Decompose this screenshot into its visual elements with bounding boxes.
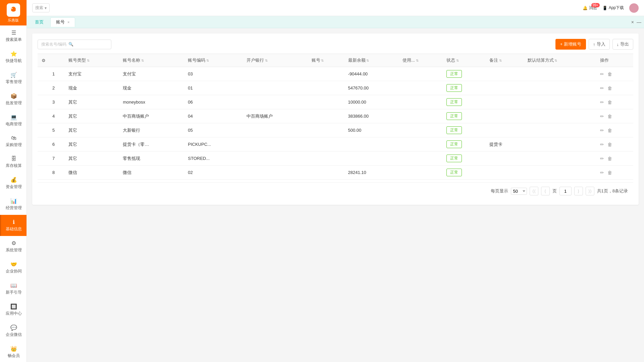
app-center-icon: 🔲: [10, 303, 17, 310]
sidebar-item-finance[interactable]: 💰 资金管理: [0, 173, 26, 194]
sidebar-item-retail[interactable]: 🛒 零售管理: [0, 68, 26, 89]
th-account[interactable]: 账号: [309, 54, 345, 67]
sidebar-item-app-center[interactable]: 🔲 应用中心: [0, 299, 26, 320]
sidebar-item-purchase[interactable]: 🛍 采购管理: [0, 131, 26, 152]
cell-account: [309, 109, 345, 123]
cell-bank: [244, 123, 309, 137]
cell-settings: [38, 137, 50, 152]
th-remark[interactable]: 备注: [487, 54, 525, 67]
page-prev-button[interactable]: ⟨: [541, 187, 550, 195]
page-size-label: 每页显示: [491, 188, 508, 194]
cell-code: STORED...: [185, 152, 244, 166]
tab-account[interactable]: 账号 ×: [50, 17, 75, 27]
th-use[interactable]: 使用...: [400, 54, 444, 67]
sidebar-item-quick-nav[interactable]: ⭐ 快捷导航: [0, 47, 26, 68]
cell-settings: [38, 152, 50, 166]
page-last-button[interactable]: ⟩⟩: [586, 187, 594, 195]
sidebar-item-label: 新手引导: [6, 290, 22, 295]
page-first-button[interactable]: ⟨⟨: [530, 187, 538, 195]
user-avatar[interactable]: [629, 3, 639, 13]
sidebar-item-label: 应用中心: [6, 311, 22, 316]
cell-balance: 383866.00: [345, 109, 400, 123]
message-button[interactable]: 🔔 消息 99+: [583, 5, 597, 11]
sidebar-item-label: 采购管理: [6, 142, 22, 148]
th-settings[interactable]: ⚙: [38, 54, 50, 67]
cell-actions: ✏ 🗑: [597, 152, 633, 166]
operations-icon: 📊: [10, 198, 17, 204]
sidebar-item-system[interactable]: ⚙ 系统管理: [0, 236, 26, 257]
search-placeholder: 搜索名号/编码: [41, 42, 66, 47]
add-account-button[interactable]: + 新增账号: [555, 39, 586, 50]
delete-button[interactable]: 🗑: [607, 170, 612, 175]
tab-close-icon[interactable]: ×: [67, 20, 69, 24]
sidebar-item-label: 批发管理: [6, 100, 22, 106]
edit-button[interactable]: ✏: [600, 142, 604, 147]
edit-button[interactable]: ✏: [600, 85, 604, 91]
delete-button[interactable]: 🗑: [607, 142, 612, 147]
sidebar-item-label: 畅会员: [8, 353, 20, 359]
th-settlement[interactable]: 默认结算方式: [525, 54, 597, 67]
sidebar-item-search-menu[interactable]: ☰ 搜索菜单: [0, 25, 26, 47]
th-status[interactable]: 状态: [444, 54, 487, 67]
delete-button[interactable]: 🗑: [607, 100, 612, 105]
svg-point-2: [12, 7, 13, 8]
import-label: 导入: [597, 41, 605, 47]
tabbar: 首页 账号 × × —: [27, 16, 644, 28]
th-name[interactable]: 账号名称: [120, 54, 185, 67]
enterprise-icon: 🤝: [10, 261, 17, 267]
system-icon: ⚙: [11, 240, 16, 246]
sidebar-item-guide[interactable]: 📖 新手引导: [0, 278, 26, 299]
page-next-button[interactable]: ⟩: [574, 187, 583, 195]
delete-button[interactable]: 🗑: [607, 156, 612, 161]
page-size-select[interactable]: 50 20 100: [511, 188, 527, 195]
topbar-search[interactable]: 搜索 ▾: [32, 3, 50, 12]
tab-minimize-icon[interactable]: —: [637, 19, 641, 25]
th-type[interactable]: 账号类型: [66, 54, 120, 67]
sidebar-item-ecommerce[interactable]: 💻 电商管理: [0, 110, 26, 131]
sidebar-item-wholesale[interactable]: 📦 批发管理: [0, 89, 26, 110]
delete-button[interactable]: 🗑: [607, 71, 612, 77]
edit-button[interactable]: ✏: [600, 114, 604, 119]
tab-close-all-icon[interactable]: ×: [631, 19, 634, 25]
th-code[interactable]: 账号编码: [185, 54, 244, 67]
tab-home[interactable]: 首页: [30, 17, 49, 27]
cell-balance: 500.00: [345, 123, 400, 137]
cell-code: 05: [185, 123, 244, 137]
delete-button[interactable]: 🗑: [607, 128, 612, 133]
cell-account: [309, 95, 345, 109]
app-download-button[interactable]: 📱 App下载: [602, 5, 624, 11]
sidebar-item-vip[interactable]: 👑 畅会员: [0, 342, 26, 362]
cell-balance: 28241.10: [345, 166, 400, 180]
delete-button[interactable]: 🗑: [607, 114, 612, 119]
th-balance[interactable]: 最新余额: [345, 54, 400, 67]
import-button[interactable]: ↑ 导入: [589, 39, 610, 50]
export-button[interactable]: ↓ 导出: [612, 39, 634, 50]
page-label: 页: [552, 188, 557, 194]
edit-button[interactable]: ✏: [600, 128, 604, 133]
pagination: 每页显示 50 20 100 ⟨⟨ ⟨ 页 ⟩ ⟩⟩ 共1页，8条记录: [38, 182, 633, 199]
delete-button[interactable]: 🗑: [607, 85, 612, 91]
sidebar-item-label: 快捷导航: [6, 58, 22, 64]
account-search-box[interactable]: 搜索名号/编码 🔍: [38, 40, 111, 49]
edit-button[interactable]: ✏: [600, 71, 604, 77]
cell-type: 支付宝: [66, 67, 120, 81]
edit-button[interactable]: ✏: [600, 100, 604, 105]
cell-balance: 10000.00: [345, 95, 400, 109]
cell-status: 正常: [444, 67, 487, 81]
sidebar-item-enterprise[interactable]: 🤝 企业协同: [0, 257, 26, 278]
page-number-input[interactable]: [559, 187, 572, 195]
sidebar-item-label: 系统管理: [6, 247, 22, 253]
table-row: 2 现金 现金 01 547670.00 正常 ✏ 🗑: [38, 81, 633, 95]
sidebar-item-operations[interactable]: 📊 经营管理: [0, 194, 26, 215]
cell-remark: [487, 166, 525, 180]
logo-label: 乐惠版: [8, 18, 19, 23]
th-bank[interactable]: 开户银行: [244, 54, 309, 67]
edit-button[interactable]: ✏: [600, 156, 604, 161]
cell-bank: [244, 166, 309, 180]
sidebar-item-inventory[interactable]: 🗄 库存核算: [0, 152, 26, 173]
sidebar-item-basic-info[interactable]: ℹ 基础信息: [0, 215, 26, 236]
sidebar-item-enterprise-wechat[interactable]: 💬 企业微信: [0, 320, 26, 342]
cell-actions: ✏ 🗑: [597, 95, 633, 109]
edit-button[interactable]: ✏: [600, 170, 604, 175]
search-icon: 🔍: [68, 42, 73, 47]
